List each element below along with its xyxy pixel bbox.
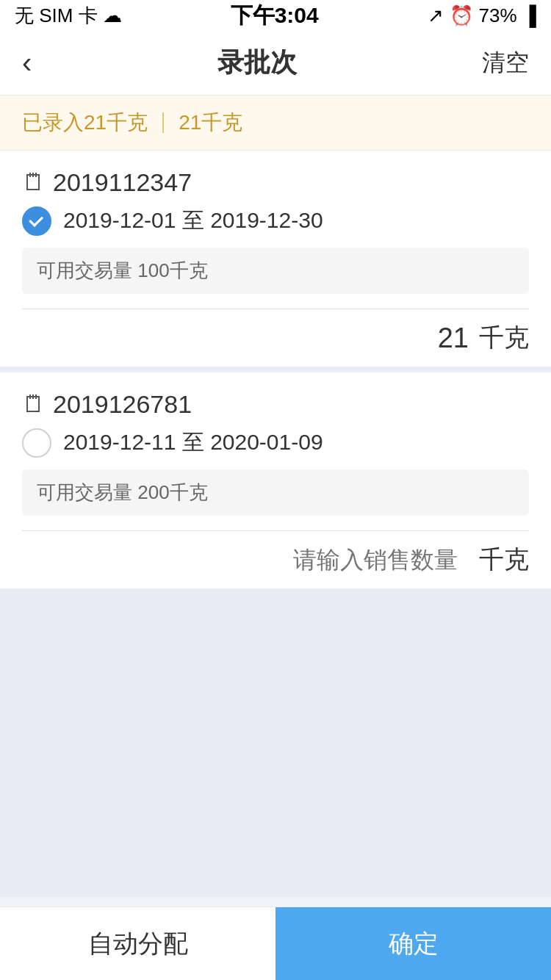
batch-date-1: 2019-12-01 至 2019-12-30 — [63, 206, 323, 236]
location-icon: ↗ — [428, 4, 444, 27]
batch-id-row-1: 🗒 2019112347 — [22, 168, 529, 197]
battery-level: 73% — [479, 4, 517, 27]
battery-icon: ▐ — [523, 4, 536, 27]
batch-id-1: 2019112347 — [53, 168, 192, 197]
batch-radio-2[interactable] — [22, 428, 51, 458]
bottom-bar: 自动分配 确定 — [0, 907, 551, 980]
batch-amount-unit-1: 千克 — [479, 321, 529, 355]
batch-date-row-2[interactable]: 2019-12-11 至 2020-01-09 — [22, 428, 529, 458]
batch-available-2: 可用交易量 200千克 — [22, 469, 529, 516]
auto-distribute-button[interactable]: 自动分配 — [0, 907, 276, 980]
confirm-button[interactable]: 确定 — [276, 907, 551, 980]
nav-bar: ‹ 录批次 清空 — [0, 31, 551, 96]
back-button[interactable]: ‹ — [22, 46, 32, 79]
alarm-icon: ⏰ — [450, 4, 473, 27]
sales-quantity-input[interactable] — [22, 547, 469, 574]
status-time: 下午3:04 — [231, 1, 319, 31]
summary-bar: 已录入21千克 21千克 — [0, 96, 551, 151]
batch-id-row-2: 🗒 2019126781 — [22, 390, 529, 419]
clear-button[interactable]: 清空 — [482, 47, 529, 79]
batch-item-1: 🗒 2019112347 2019-12-01 至 2019-12-30 可用交… — [0, 151, 551, 367]
summary-divider — [162, 112, 164, 133]
empty-area — [0, 588, 551, 897]
sim-indicator: 无 SIM 卡 ☁ — [15, 3, 122, 29]
input-unit-2: 千克 — [479, 543, 529, 577]
status-left: 无 SIM 卡 ☁ — [15, 3, 122, 29]
batch-available-1: 可用交易量 100千克 — [22, 248, 529, 294]
batch-id-2: 2019126781 — [53, 390, 192, 419]
batch-radio-1[interactable] — [22, 206, 51, 236]
status-right: ↗ ⏰ 73% ▐ — [428, 4, 536, 27]
batch-date-row-1[interactable]: 2019-12-01 至 2019-12-30 — [22, 206, 529, 236]
batch-amount-value-1: 21 — [438, 323, 469, 354]
status-bar: 无 SIM 卡 ☁ 下午3:04 ↗ ⏰ 73% ▐ — [0, 0, 551, 31]
page-title: 录批次 — [217, 45, 297, 81]
batch-doc-icon-1: 🗒 — [22, 169, 46, 196]
summary-recorded: 已录入21千克 — [22, 109, 148, 137]
batch-doc-icon-2: 🗒 — [22, 391, 46, 418]
summary-value: 21千克 — [179, 109, 242, 137]
section-divider — [0, 367, 551, 372]
batch-item-2: 🗒 2019126781 2019-12-11 至 2020-01-09 可用交… — [0, 372, 551, 588]
batch-amount-row-1: 21 千克 — [0, 309, 551, 367]
batch-date-2: 2019-12-11 至 2020-01-09 — [63, 428, 323, 458]
batch-input-row-2[interactable]: 千克 — [0, 531, 551, 588]
